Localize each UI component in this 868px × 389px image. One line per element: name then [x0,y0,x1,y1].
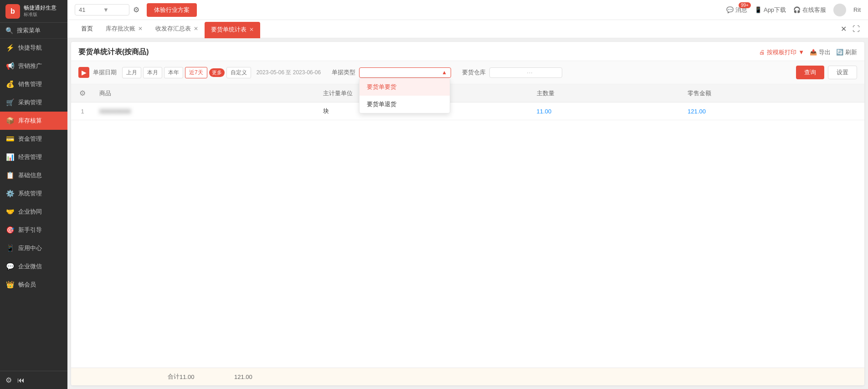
topbar-gear-icon[interactable]: ⚙ [133,5,139,14]
sidebar: b 畅捷通好生意 标准版 🔍 搜索菜单 ⚡ 快捷导航 📢 营销推广 💰 销售管理… [0,0,67,389]
print-label: 按模板打印 [767,48,796,56]
sidebar-item-member[interactable]: 👑 畅会员 [0,276,67,294]
tab-inventory-batch[interactable]: 库存批次账 ✕ [99,20,149,38]
row-index: 1 [71,102,94,120]
dropdown-item-order-return[interactable]: 要货单退货 [360,96,450,113]
sidebar-item-finance[interactable]: 💳 资金管理 [0,130,67,148]
sidebar-item-purchase[interactable]: 🛒 采购管理 [0,93,67,112]
tab-close-icon[interactable]: ✕ [194,26,198,32]
col-header-product: 商品 [94,84,318,102]
tab-close-icon[interactable]: ✕ [138,26,143,32]
type-input[interactable] [363,69,440,76]
sidebar-item-app-center[interactable]: 📱 应用中心 [0,239,67,257]
print-template-btn[interactable]: 🖨 按模板打印 ▼ [759,48,804,56]
username[interactable]: Rit [853,6,861,13]
message-icon: 💬 [726,6,734,13]
sidebar-item-operation[interactable]: 📊 经营管理 [0,148,67,166]
topbar-right: 💬 消息 99+ 📱 App下载 🎧 在线客服 Rit [726,4,861,16]
custom-date-btn[interactable]: 自定义 [226,67,251,78]
tab-close-icon[interactable]: ✕ [249,26,254,33]
sidebar-item-wechat[interactable]: 💬 企业微信 [0,257,67,276]
table-footer: 合计 11.00 121.00 [71,368,864,385]
app-label: App下载 [764,6,786,14]
sidebar-item-label: 新手引导 [18,226,42,234]
type-selector[interactable]: ▲ [359,67,451,78]
tab-order-stats[interactable]: 要货单统计表 ✕ [205,22,260,38]
date-btns: 上月 本月 本年 近7天 更多 自定义 [122,67,251,78]
table-config-icon[interactable]: ⚙ [79,89,86,97]
collapse-icon[interactable]: ⏮ [17,376,25,384]
operation-icon: 📊 [5,153,15,161]
sidebar-item-sales[interactable]: 💰 销售管理 [0,75,67,93]
refresh-btn[interactable]: 🔄 刷新 [836,48,857,56]
page-actions: 🖨 按模板打印 ▼ 📤 导出 🔄 刷新 [759,48,857,56]
close-all-btn[interactable]: ✕ [839,25,848,34]
query-button[interactable]: 查询 [796,66,824,79]
brand-sub: 标准版 [24,11,56,18]
avatar [833,4,846,16]
service-label: 在线客服 [802,6,826,14]
phone-icon: 📱 [755,6,762,13]
search-icon: 🔍 [5,27,13,34]
sidebar-item-basic[interactable]: 📋 基础信息 [0,166,67,184]
app-download-btn[interactable]: 📱 App下载 [755,6,786,14]
dropdown-item-order-goods[interactable]: 要货单要货 [360,78,450,96]
warehouse-label: 要货仓库 [462,68,486,77]
guide-icon: 🎯 [5,226,15,234]
row-amount: 121.00 [682,102,864,120]
filter-bar: ▶ 单据日期 上月 本月 本年 近7天 更多 自定义 2023-05-06 至 … [71,61,864,84]
sidebar-item-label: 营销推广 [18,62,42,70]
more-date-badge[interactable]: 更多 [209,68,225,77]
more-icon: ⋯ [527,69,558,76]
org-selector[interactable]: 41 ▼ [75,4,129,15]
warehouse-selector[interactable]: ⋯ [489,67,562,78]
sidebar-item-label: 基础信息 [18,171,42,179]
member-icon: 👑 [5,281,15,289]
sidebar-item-system[interactable]: ⚙️ 系统管理 [0,184,67,203]
app-logo-icon: b [5,4,20,19]
sidebar-item-quick-nav[interactable]: ⚡ 快捷导航 [0,39,67,57]
inventory-icon: 📦 [5,117,15,125]
data-table: ⚙ 商品 主计量单位 主数量 零售金额 1 XXXXXXXX 块 11. [71,84,864,120]
finance-icon: 💳 [5,135,15,143]
type-selector-wrapper: ▲ 要货单要货 要货单退货 [359,67,451,78]
tab-receive-summary-label: 收发存汇总表 [155,25,191,33]
org-selector-value: 41 [79,6,101,13]
last-7-days-btn[interactable]: 近7天 [185,67,207,78]
chevron-down-icon: ▼ [798,49,804,56]
tabbar: 首页 库存批次账 ✕ 收发存汇总表 ✕ 要货单统计表 ✕ ✕ ⛶ [67,20,868,38]
sidebar-logo: b 畅捷通好生意 标准版 [0,0,67,23]
tab-receive-summary[interactable]: 收发存汇总表 ✕ [149,20,205,38]
total-qty: 11.00 [180,374,234,380]
sidebar-item-marketing[interactable]: 📢 营销推广 [0,57,67,75]
tab-order-stats-label: 要货单统计表 [211,26,247,34]
sidebar-item-label: 系统管理 [18,189,42,198]
sidebar-item-guide[interactable]: 🎯 新手引导 [0,221,67,239]
sidebar-search[interactable]: 🔍 搜索菜单 [0,23,67,39]
type-label: 单据类型 [332,68,355,77]
last-month-btn[interactable]: 上月 [122,67,141,78]
sidebar-item-label: 企业微信 [18,262,42,271]
sidebar-item-label: 应用中心 [18,244,42,252]
filter-expand-btn[interactable]: ▶ [78,67,89,78]
this-month-btn[interactable]: 本月 [143,67,162,78]
tab-home[interactable]: 首页 [75,20,99,38]
sidebar-item-enterprise[interactable]: 🤝 企业协同 [0,203,67,221]
sidebar-item-inventory[interactable]: 📦 库存核算 [0,112,67,130]
refresh-icon: 🔄 [836,49,843,56]
message-btn[interactable]: 💬 消息 99+ [726,6,747,14]
sidebar-item-label: 企业协同 [18,208,42,216]
total-amount: 121.00 [234,374,289,380]
sidebar-item-label: 销售管理 [18,80,42,88]
settings-button[interactable]: 设置 [828,66,857,79]
purchase-icon: 🛒 [5,98,15,107]
this-year-btn[interactable]: 本年 [164,67,183,78]
trial-button[interactable]: 体验行业方案 [147,3,197,17]
chevron-up-icon: ▲ [442,69,447,76]
settings-icon[interactable]: ⚙ [5,376,12,384]
export-btn[interactable]: 📤 导出 [810,48,831,56]
online-service-btn[interactable]: 🎧 在线客服 [793,6,826,14]
fullscreen-btn[interactable]: ⛶ [852,25,861,34]
enterprise-icon: 🤝 [5,208,15,216]
sidebar-item-label: 库存核算 [18,117,42,125]
